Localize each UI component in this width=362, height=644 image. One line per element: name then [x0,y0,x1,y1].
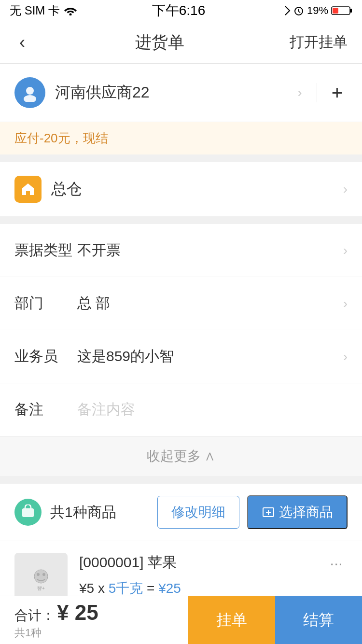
department-arrow-icon: › [343,296,348,311]
price-equals: = [147,581,158,596]
product-icon [14,499,42,526]
battery-percent: 19% [307,4,328,17]
notice-text: 应付-20元，现结 [14,131,108,145]
price-separator: x [98,581,109,596]
product-name: [0000001] 苹果 [79,553,325,573]
hang-button[interactable]: 挂单 [188,596,275,644]
product-header: 共1种商品 修改明细 选择商品 [0,484,362,541]
cart-icon [20,504,36,520]
remark-label: 备注 [14,400,77,420]
product-more-button[interactable]: ··· [325,553,348,574]
product-info: [0000001] 苹果 ¥5 x 5千克 = ¥25 [79,553,325,598]
hang-label: 挂单 [216,610,247,631]
avatar-icon [21,84,39,102]
page-title: 进货单 [135,31,184,54]
department-row[interactable]: 部门 总 部 › [0,277,362,330]
remark-row[interactable]: 备注 备注内容 [0,383,362,436]
modify-detail-button[interactable]: 修改明细 [157,496,239,529]
status-left: 无 SIM 卡 [10,3,77,18]
product-price: ¥5 x 5千克 = ¥25 [79,579,325,598]
price-value: ¥5 [79,581,94,596]
svg-rect-6 [333,8,338,14]
location-icon [280,5,291,16]
svg-rect-5 [350,9,352,13]
notice-bar: 应付-20元，现结 [0,122,362,154]
svg-point-7 [26,87,34,95]
svg-point-8 [24,95,36,102]
checkout-label: 结算 [303,610,334,631]
product-thumb-icon: 智+ [27,565,56,594]
salesperson-row[interactable]: 业务员 这是859的小智 › [0,330,362,383]
invoice-arrow-icon: › [343,243,348,258]
status-time: 下午6:16 [152,1,206,20]
svg-text:智+: 智+ [37,586,45,591]
department-label: 部门 [14,294,77,313]
status-bar: 无 SIM 卡 下午6:16 19% [0,0,362,21]
svg-rect-9 [22,508,34,517]
alarm-icon [293,5,304,16]
svg-point-15 [37,573,40,576]
total-section: 合计： ¥ 25 共1种 [0,601,188,640]
bottom-bar: 合计： ¥ 25 共1种 挂单 结算 [0,596,362,644]
supplier-row[interactable]: 河南供应商22 › + [0,64,362,122]
warehouse-row[interactable]: 总仓 › [0,162,362,216]
supplier-divider [317,83,317,102]
salesperson-label: 业务员 [14,347,77,366]
collapse-bar[interactable]: 收起更多 ∧ [0,436,362,476]
department-value: 总 部 [77,294,343,313]
warehouse-name: 总仓 [51,179,343,200]
collapse-text: 收起更多 ∧ [147,448,216,463]
price-total: ¥25 [158,581,181,596]
warehouse-arrow-icon: › [343,182,348,197]
signal-text: 无 SIM 卡 [10,3,60,18]
supplier-arrow-icon: › [297,85,302,100]
total-label: 合计： [14,606,55,625]
invoice-value: 不开票 [77,240,343,260]
supplier-section: 河南供应商22 › + 应付-20元，现结 [0,64,362,154]
supplier-avatar [14,77,45,108]
wifi-icon [64,6,77,15]
checkout-button[interactable]: 结算 [275,596,362,644]
price-quantity: 5千克 [109,581,143,596]
remark-input[interactable]: 备注内容 [77,400,348,420]
status-right: 19% [280,4,352,17]
total-count: 共1种 [14,626,174,640]
select-icon [262,505,275,519]
warehouse-section: 总仓 › [0,162,362,216]
product-count: 共1种商品 [50,503,157,522]
svg-point-16 [42,573,45,576]
warehouse-icon [14,176,42,203]
form-section: 票据类型 不开票 › 部门 总 部 › 业务员 这是859的小智 › 备注 备注… [0,224,362,436]
battery-icon [331,5,352,16]
open-hang-button[interactable]: 打开挂单 [290,32,348,52]
back-button[interactable]: ‹ [14,28,30,57]
invoice-label: 票据类型 [14,240,77,260]
supplier-name: 河南供应商22 [55,82,297,103]
salesperson-arrow-icon: › [343,349,348,364]
total-amount: ¥ 25 [57,601,98,625]
nav-bar: ‹ 进货单 打开挂单 [0,21,362,64]
home-icon [20,182,36,197]
svg-point-0 [70,14,72,16]
salesperson-value: 这是859的小智 [77,347,343,366]
select-product-button[interactable]: 选择商品 [247,495,348,529]
add-supplier-button[interactable]: + [327,82,348,104]
invoice-row[interactable]: 票据类型 不开票 › [0,224,362,277]
select-product-label: 选择商品 [279,503,333,521]
svg-line-3 [299,12,300,13]
